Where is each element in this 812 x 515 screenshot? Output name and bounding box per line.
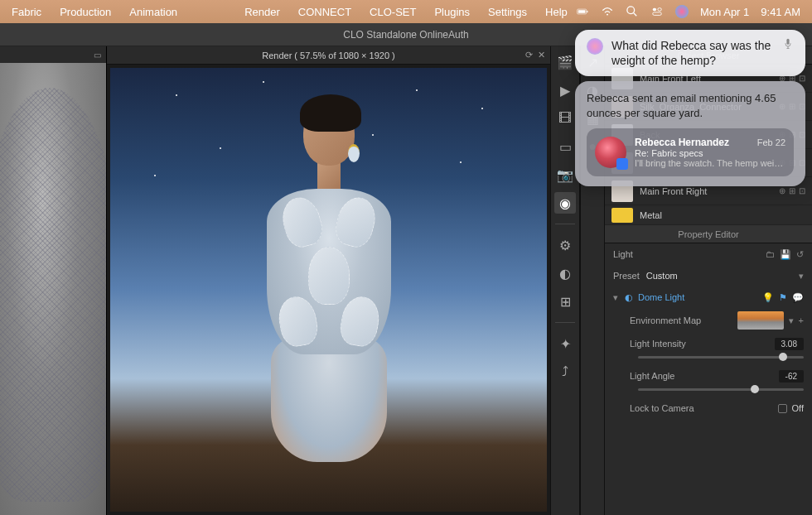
menu-help[interactable]: Help — [545, 6, 568, 18]
preset-label: Preset — [613, 271, 640, 281]
expand-icon[interactable]: ⊡ — [799, 186, 805, 195]
email-sender: Rebecca Hernandez — [635, 137, 729, 148]
tool-render-settings[interactable]: ◐ — [554, 262, 576, 284]
refresh-icon[interactable]: ⟳ — [525, 50, 533, 60]
lock-value: Off — [792, 403, 804, 413]
tool-snapshot[interactable]: 📷 — [554, 164, 576, 185]
menu-closet[interactable]: CLO-SET — [370, 6, 416, 18]
menu-plugins[interactable]: Plugins — [434, 6, 470, 18]
angle-slider[interactable] — [638, 388, 804, 391]
object-row[interactable]: Metal — [605, 205, 812, 225]
svg-point-4 — [627, 7, 635, 14]
dome-light-item[interactable]: ◐ Dome Light — [625, 292, 684, 303]
chevron-down-icon[interactable]: ▾ — [789, 315, 794, 326]
render-viewport[interactable] — [110, 68, 547, 512]
preset-dropdown[interactable]: Custom — [646, 271, 792, 281]
env-map-label: Environment Map — [630, 315, 701, 325]
menu-animation[interactable]: Animation — [129, 6, 177, 18]
siri-query-text: What did Rebecca say was the weight of t… — [611, 38, 774, 68]
chevron-down-icon[interactable]: ▾ — [799, 271, 804, 282]
chat-icon[interactable]: 💬 — [792, 292, 804, 303]
close-icon[interactable]: ✕ — [538, 50, 545, 60]
tool-upload[interactable]: ⤴ — [554, 361, 576, 383]
render-title: Render ( 57.5% of 1080 × 1920 ) — [262, 51, 395, 60]
folder-icon[interactable]: 🗀 — [766, 249, 775, 260]
add-icon[interactable]: + — [799, 315, 804, 325]
menu-fabric[interactable]: Fabric — [12, 6, 41, 18]
object-name: Metal — [640, 210, 805, 220]
svg-rect-7 — [658, 8, 661, 12]
rendered-mannequin — [246, 101, 412, 512]
wifi-icon[interactable] — [601, 5, 614, 18]
angle-value[interactable]: -62 — [779, 370, 804, 383]
siri-icon[interactable] — [675, 5, 689, 18]
env-map-preview[interactable] — [737, 311, 784, 330]
svg-rect-8 — [653, 12, 662, 16]
mail-app-badge-icon — [616, 158, 628, 170]
siri-email-card[interactable]: Rebecca Hernandez Feb 22 Re: Fabric spec… — [587, 128, 794, 176]
tool-clapper[interactable]: 🎞 — [554, 108, 576, 129]
tool-image[interactable]: ▭ — [554, 136, 576, 157]
simulation-viewport[interactable]: ▭ — [0, 46, 107, 515]
intensity-slider[interactable] — [638, 356, 804, 359]
svg-line-5 — [634, 13, 637, 17]
lock-label: Lock to Camera — [630, 403, 694, 413]
tool-magic[interactable]: ✦ — [554, 333, 576, 354]
tool-film[interactable]: 🎬 — [554, 51, 576, 73]
menubar-time[interactable]: 9:41 AM — [761, 6, 800, 18]
bulb-icon[interactable]: 💡 — [762, 292, 774, 303]
svg-rect-2 — [587, 11, 587, 12]
siri-query-bubble[interactable]: What did Rebecca say was the weight of t… — [575, 30, 805, 76]
siri-answer-text: Rebecca sent an email mentioning 4.65 ou… — [587, 91, 794, 120]
email-subject: Re: Fabric specs — [635, 148, 785, 158]
save-icon[interactable]: 💾 — [780, 249, 791, 260]
siri-orb-icon — [587, 38, 603, 55]
property-editor: Light 🗀 💾 ↺ Preset Custom ▾ ▾ ◐ Dome Lig… — [605, 243, 812, 515]
render-header: Render ( 57.5% of 1080 × 1920 ) ⟳ ✕ — [107, 46, 550, 65]
svg-rect-6 — [653, 8, 656, 12]
dome-icon: ◐ — [625, 292, 633, 303]
macos-menubar: Fabric Production Animation Render CONNE… — [0, 0, 812, 23]
grid-icon[interactable]: ⊞ — [789, 186, 795, 195]
battery-icon[interactable] — [576, 5, 589, 18]
light-label: Light — [613, 249, 633, 259]
menu-connect[interactable]: CONNECT — [298, 6, 351, 18]
email-date: Feb 22 — [757, 137, 785, 147]
microphone-icon[interactable] — [782, 38, 794, 53]
email-preview: I'll bring the swatch. The hemp weighs..… — [635, 158, 785, 168]
svg-rect-9 — [786, 39, 789, 45]
svg-point-3 — [607, 14, 608, 16]
collapse-icon[interactable]: ▾ — [613, 292, 618, 303]
flag-icon[interactable]: ⚑ — [779, 292, 787, 303]
search-icon[interactable] — [626, 5, 639, 18]
menu-settings[interactable]: Settings — [488, 6, 527, 18]
object-swatch — [611, 208, 633, 223]
control-center-icon[interactable] — [650, 5, 664, 18]
tool-play[interactable]: ▶ — [554, 79, 576, 101]
menu-render[interactable]: Render — [244, 6, 280, 18]
window-title: CLO Standalone OnlineAuth — [343, 29, 468, 41]
tool-settings-gear[interactable]: ⚙ — [554, 234, 576, 256]
object-name: Main Front Right — [640, 186, 772, 196]
tool-quality[interactable]: ⊞ — [554, 291, 576, 312]
menubar-date[interactable]: Mon Apr 1 — [700, 6, 749, 18]
avatar — [595, 137, 626, 168]
menu-production[interactable]: Production — [60, 6, 111, 18]
panel-menu-icon[interactable]: ▭ — [94, 51, 101, 60]
wireframe-mannequin — [0, 88, 106, 502]
siri-answer-bubble[interactable]: Rebecca sent an email mentioning 4.65 ou… — [575, 81, 805, 186]
intensity-value[interactable]: 3.08 — [775, 338, 804, 350]
lock-checkbox[interactable] — [778, 404, 787, 413]
siri-overlay: What did Rebecca say was the weight of t… — [575, 30, 805, 186]
angle-label: Light Angle — [630, 371, 674, 381]
add-icon[interactable]: ⊕ — [779, 186, 785, 195]
tool-camera-active[interactable]: ◉ — [554, 192, 576, 214]
reset-icon[interactable]: ↺ — [796, 249, 804, 260]
svg-rect-1 — [578, 10, 586, 13]
property-editor-header: Property Editor — [605, 225, 812, 243]
intensity-label: Light Intensity — [630, 339, 686, 349]
